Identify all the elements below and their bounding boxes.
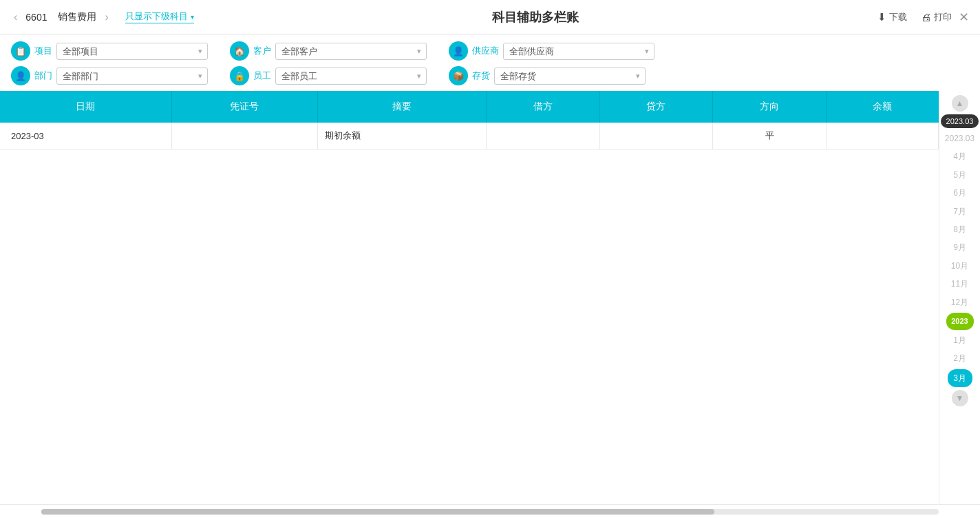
employee-select-wrapper: 全部员工 (275, 68, 427, 85)
horizontal-scrollbar-area (0, 504, 980, 518)
customer-label: 客户 (253, 45, 271, 57)
timeline-item-3月[interactable]: 3月 (948, 369, 972, 387)
scrollbar-thumb[interactable] (41, 509, 714, 515)
cell-balance (826, 123, 938, 149)
cell-credit (599, 123, 713, 149)
col-summary: 摘要 (317, 91, 486, 123)
project-label: 项目 (34, 45, 52, 57)
inventory-label: 存货 (472, 70, 490, 82)
timeline-scroll-down-button[interactable]: ▼ (952, 390, 968, 406)
main-content: 日期 凭证号 摘要 借方 贷方 方向 余额 2023-03 期初余额 平 (0, 91, 980, 504)
supplier-label: 供应商 (472, 45, 499, 57)
cell-voucher (171, 123, 317, 149)
timeline-months: 4月5月6月7月8月9月10月11月12月20231月2月3月 (946, 147, 974, 388)
top-bar: ‹ 6601 销售费用 › 只显示下级科目 ▾ 科目辅助多栏账 ⬇ 下载 🖨 打… (0, 0, 980, 34)
close-button[interactable]: ✕ (959, 10, 969, 25)
customer-select[interactable]: 全部客户 (275, 43, 427, 60)
employee-select[interactable]: 全部员工 (275, 68, 427, 85)
inventory-icon: 📦 (449, 66, 468, 85)
download-button[interactable]: ⬇ 下载 (877, 11, 907, 23)
timeline-item-6月[interactable]: 6月 (946, 184, 974, 202)
print-button[interactable]: 🖨 打印 (921, 11, 952, 23)
next-account-button[interactable]: › (102, 11, 111, 23)
col-direction: 方向 (713, 91, 827, 123)
timeline-item-2023[interactable]: 2023 (946, 313, 974, 330)
cell-date: 2023-03 (0, 123, 171, 149)
page-title: 科目辅助多栏账 (194, 9, 877, 25)
timeline-item-5月[interactable]: 5月 (946, 166, 974, 184)
col-date: 日期 (0, 91, 171, 123)
account-name: 销售费用 (58, 11, 96, 23)
cell-debit (486, 123, 599, 149)
filter-item-inventory: 📦 存货 全部存货 (449, 66, 646, 85)
timeline-item-1月[interactable]: 1月 (946, 331, 974, 349)
timeline-year-header-2023-03[interactable]: 2023.03 (941, 114, 979, 128)
table-header-row: 日期 凭证号 摘要 借方 贷方 方向 余额 (0, 91, 939, 123)
print-icon: 🖨 (921, 11, 931, 23)
supplier-icon: 👤 (449, 41, 468, 61)
timeline-scroll-up-button[interactable]: ▲ (952, 95, 968, 112)
customer-select-wrapper: 全部客户 (275, 43, 427, 60)
download-icon: ⬇ (877, 11, 886, 23)
col-debit: 借方 (486, 91, 599, 123)
print-label: 打印 (934, 11, 952, 23)
account-code: 6601 (25, 12, 47, 23)
data-table: 日期 凭证号 摘要 借方 贷方 方向 余额 2023-03 期初余额 平 (0, 91, 939, 149)
table-area: 日期 凭证号 摘要 借方 贷方 方向 余额 2023-03 期初余额 平 (0, 91, 939, 504)
employee-label: 员工 (253, 70, 271, 82)
department-select[interactable]: 全部部门 (56, 68, 208, 85)
col-voucher: 凭证号 (171, 91, 317, 123)
timeline-item-9月[interactable]: 9月 (946, 238, 974, 256)
department-select-wrapper: 全部部门 (56, 68, 208, 85)
cell-direction: 平 (713, 123, 827, 149)
filter-item-supplier: 👤 供应商 全部供应商 (449, 41, 654, 61)
inventory-select[interactable]: 全部存货 (494, 68, 646, 85)
filter-item-customer: 🏠 客户 全部客户 (230, 41, 427, 61)
filter-row-2: 👤 部门 全部部门 🔒 员工 全部员工 (11, 66, 969, 85)
filter-area: 📋 项目 全部项目 🏠 客户 全部客户 (0, 34, 980, 91)
project-icon: 📋 (11, 41, 30, 61)
customer-icon: 🏠 (230, 41, 249, 61)
scrollbar-track[interactable] (41, 509, 939, 515)
project-select-wrapper: 全部项目 (56, 43, 208, 60)
col-credit: 贷方 (599, 91, 713, 123)
filter-row-1: 📋 项目 全部项目 🏠 客户 全部客户 (11, 41, 969, 61)
main-window: ‹ 6601 销售费用 › 只显示下级科目 ▾ 科目辅助多栏账 ⬇ 下载 🖨 打… (0, 0, 980, 518)
show-sub-button[interactable]: 只显示下级科目 ▾ (125, 10, 194, 23)
supplier-select-wrapper: 全部供应商 (503, 43, 654, 60)
show-sub-label: 只显示下级科目 (125, 10, 188, 23)
supplier-select[interactable]: 全部供应商 (503, 43, 654, 60)
timeline-item-7月[interactable]: 7月 (946, 203, 974, 220)
download-label: 下载 (889, 11, 907, 23)
department-icon: 👤 (11, 66, 30, 85)
timeline-item-2023-03-2[interactable]: 2023.03 (939, 130, 980, 147)
prev-account-button[interactable]: ‹ (11, 11, 20, 23)
filter-item-department: 👤 部门 全部部门 (11, 66, 208, 85)
timeline-item-10月[interactable]: 10月 (946, 257, 974, 275)
inventory-select-wrapper: 全部存货 (494, 68, 646, 85)
filter-item-employee: 🔒 员工 全部员工 (230, 66, 427, 85)
timeline-item-4月[interactable]: 4月 (946, 147, 974, 165)
cell-summary: 期初余额 (317, 123, 486, 149)
timeline-item-8月[interactable]: 8月 (946, 220, 974, 238)
project-select[interactable]: 全部项目 (56, 43, 208, 60)
timeline-item-2月[interactable]: 2月 (946, 349, 974, 367)
department-label: 部门 (34, 70, 52, 82)
filter-item-project: 📋 项目 全部项目 (11, 41, 208, 61)
timeline-item-12月[interactable]: 12月 (946, 293, 974, 311)
col-balance: 余额 (826, 91, 938, 123)
side-timeline: ▲ 2023.03 2023.03 4月5月6月7月8月9月10月11月12月2… (939, 91, 980, 504)
employee-icon: 🔒 (230, 66, 249, 85)
timeline-item-11月[interactable]: 11月 (946, 275, 974, 293)
top-actions: ⬇ 下载 🖨 打印 (877, 11, 952, 23)
table-row[interactable]: 2023-03 期初余额 平 (0, 123, 939, 149)
